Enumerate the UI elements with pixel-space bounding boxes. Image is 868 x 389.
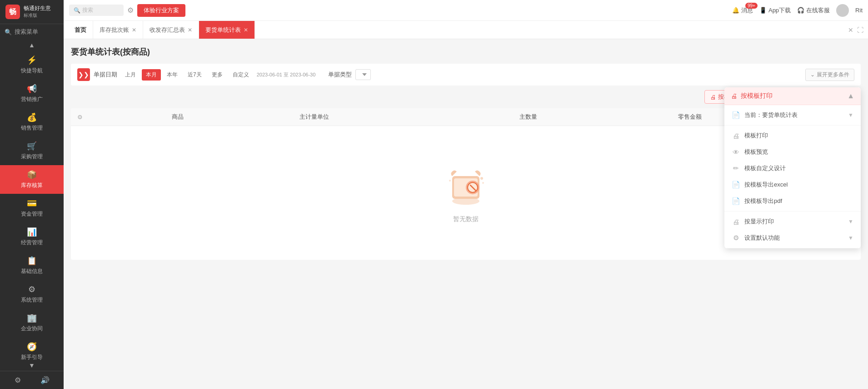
page-content: 要货单统计表(按商品) ❯❯ 单据日期 上月 本月 本年 近7天 更多 自定义 … bbox=[64, 39, 868, 389]
sidebar: 畅 畅通好生意 标准版 🔍 搜索菜单 ▲ ⚡ 快捷导航 📢 营销推广 💰 销售管… bbox=[0, 0, 64, 389]
col-product: 商品 bbox=[165, 108, 293, 126]
tab-bar: 首页 库存批次账 ✕ 收发存汇总表 ✕ 要货单统计表 ✕ ✕ ⛶ bbox=[64, 21, 868, 39]
topbar: 🔍 搜索 ⚙ 体验行业方案 🔔 消息 99+ 📱 App下载 🎧 在线客服 Ri… bbox=[64, 0, 868, 21]
tab-batch-ledger-close[interactable]: ✕ bbox=[132, 27, 136, 33]
scroll-up-arrow[interactable]: ▲ bbox=[27, 40, 37, 51]
trial-button[interactable]: 体验行业方案 bbox=[137, 4, 185, 17]
display-print-label: 按显示打印 bbox=[744, 217, 774, 226]
sidebar-item-label: 系统管理 bbox=[21, 296, 43, 304]
current-template-icon: 📄 bbox=[732, 111, 740, 119]
date-btn-this-month[interactable]: 本月 bbox=[142, 69, 161, 81]
quick-nav-icon: ⚡ bbox=[27, 55, 37, 65]
date-btn-last-month[interactable]: 上月 bbox=[121, 69, 140, 81]
sidebar-item-label: 资金管理 bbox=[21, 210, 43, 218]
template-preview-label: 模板预览 bbox=[744, 148, 768, 156]
sidebar-item-label: 经营管理 bbox=[21, 239, 43, 247]
online-service-link[interactable]: 🎧 在线客服 bbox=[797, 6, 830, 15]
sidebar-scroll-up[interactable]: ▲ bbox=[0, 40, 64, 51]
template-pdf-label: 按模板导出pdf bbox=[744, 197, 782, 205]
enterprise-icon: 🏢 bbox=[27, 313, 37, 323]
print-dropdown-menu: 🖨 按模板打印 ▲ 📄 当前：要货单统计表 ▼ 🖨 模板打印 👁 bbox=[724, 87, 861, 248]
dropdown-close-btn[interactable]: ▲ bbox=[847, 92, 854, 100]
sidebar-item-marketing[interactable]: 📢 营销推广 bbox=[0, 79, 64, 108]
dropdown-item-template-design[interactable]: ✏ 模板自定义设计 bbox=[724, 160, 861, 177]
dropdown-display-print[interactable]: 🖨 按显示打印 ▼ bbox=[724, 213, 861, 230]
sidebar-item-label: 库存核算 bbox=[21, 182, 43, 189]
tab-order-stats[interactable]: 要货单统计表 ✕ bbox=[199, 21, 255, 39]
bell-icon: 🔔 bbox=[732, 7, 739, 14]
tab-batch-ledger[interactable]: 库存批次账 ✕ bbox=[93, 21, 143, 39]
sidebar-scroll-down[interactable]: ▼ bbox=[0, 360, 64, 371]
tab-order-stats-close[interactable]: ✕ bbox=[244, 27, 248, 33]
date-btn-more[interactable]: 更多 bbox=[208, 69, 227, 81]
app-version: 标准版 bbox=[24, 12, 51, 19]
sidebar-item-operation[interactable]: 📊 经营管理 bbox=[0, 222, 64, 251]
tab-home[interactable]: 首页 bbox=[68, 21, 93, 39]
dropdown-set-default[interactable]: ⚙ 设置默认功能 ▼ bbox=[724, 230, 861, 246]
app-download-link[interactable]: 📱 App下载 bbox=[759, 6, 791, 15]
topbar-search[interactable]: 🔍 搜索 bbox=[69, 5, 124, 16]
finance-icon: 💳 bbox=[27, 198, 37, 208]
sidebar-item-label: 快捷导航 bbox=[21, 67, 43, 75]
display-print-arrow: ▼ bbox=[848, 218, 853, 225]
operation-icon: 📊 bbox=[27, 227, 37, 237]
date-btn-custom[interactable]: 自定义 bbox=[229, 69, 253, 81]
sidebar-items: ⚡ 快捷导航 📢 营销推广 💰 销售管理 🛒 采购管理 📦 库存核算 💳 资金管… bbox=[0, 51, 64, 360]
user-avatar[interactable] bbox=[836, 4, 849, 17]
sidebar-item-label: 销售管理 bbox=[21, 124, 43, 132]
sales-icon: 💰 bbox=[27, 112, 37, 122]
date-btn-7days[interactable]: 近7天 bbox=[184, 69, 206, 81]
template-preview-icon: 👁 bbox=[732, 148, 740, 156]
guide-icon: 🧭 bbox=[27, 342, 37, 352]
notifications-badge[interactable]: 🔔 消息 99+ bbox=[732, 6, 753, 15]
expand-more-button[interactable]: ⌄ 展开更多条件 bbox=[805, 69, 854, 81]
printer-header-icon: 🖨 bbox=[731, 92, 737, 100]
sidebar-item-purchase[interactable]: 🛒 采购管理 bbox=[0, 136, 64, 165]
sidebar-search[interactable]: 🔍 搜索菜单 bbox=[0, 24, 64, 40]
sidebar-item-sales[interactable]: 💰 销售管理 bbox=[0, 108, 64, 136]
tab-collection-summary-close[interactable]: ✕ bbox=[188, 27, 192, 33]
sidebar-item-basics[interactable]: 📋 基础信息 bbox=[0, 251, 64, 280]
scroll-down-arrow[interactable]: ▼ bbox=[27, 360, 37, 371]
sidebar-item-system[interactable]: ⚙ 系统管理 bbox=[0, 280, 64, 308]
col-gear[interactable]: ⚙ bbox=[71, 108, 165, 126]
settings-bottom-icon[interactable]: ⚙ bbox=[15, 376, 21, 384]
close-window-btn[interactable]: ✕ bbox=[848, 26, 853, 34]
current-template-arrow: ▼ bbox=[848, 112, 853, 118]
dropdown-item-template-preview[interactable]: 👁 模板预览 bbox=[724, 144, 861, 160]
gear-icon[interactable]: ⚙ bbox=[127, 6, 134, 15]
filter-bar: ❯❯ 单据日期 上月 本月 本年 近7天 更多 自定义 2023-06-01 至… bbox=[71, 64, 861, 86]
notification-number: 99+ bbox=[745, 3, 758, 9]
app-name: 畅通好生意 bbox=[24, 5, 51, 12]
search-label: 搜索菜单 bbox=[15, 28, 38, 36]
filter-expand-button[interactable]: ❯❯ bbox=[77, 68, 90, 81]
sidebar-item-guide[interactable]: 🧭 新手引导 bbox=[0, 337, 64, 360]
sidebar-logo: 畅 畅通好生意 标准版 bbox=[0, 0, 64, 24]
dropdown-more-section: 🖨 按显示打印 ▼ ⚙ 设置默认功能 ▼ bbox=[724, 212, 861, 248]
dropdown-item-template-print[interactable]: 🖨 模板打印 bbox=[724, 127, 861, 144]
window-controls: ✕ ⛶ bbox=[848, 26, 863, 34]
printer-icon: 🖨 bbox=[710, 94, 716, 101]
dropdown-current-template[interactable]: 📄 当前：要货单统计表 ▼ bbox=[724, 107, 861, 123]
logo-icon: 畅 bbox=[5, 5, 20, 19]
sidebar-item-finance[interactable]: 💳 资金管理 bbox=[0, 194, 64, 222]
template-print-icon: 🖨 bbox=[732, 132, 740, 140]
tab-collection-summary-label: 收发存汇总表 bbox=[150, 26, 185, 34]
dropdown-item-template-excel[interactable]: 📄 按模板导出excel bbox=[724, 177, 861, 193]
sidebar-item-label: 采购管理 bbox=[21, 153, 43, 161]
set-default-arrow: ▼ bbox=[848, 235, 853, 241]
template-excel-icon: 📄 bbox=[732, 181, 740, 189]
order-type-select[interactable] bbox=[355, 69, 371, 80]
online-service-label: 在线客服 bbox=[806, 6, 830, 15]
table-settings-icon[interactable]: ⚙ bbox=[77, 114, 83, 121]
sidebar-item-quick-nav[interactable]: ⚡ 快捷导航 bbox=[0, 51, 64, 79]
tab-collection-summary[interactable]: 收发存汇总表 ✕ bbox=[143, 21, 199, 39]
expand-window-btn[interactable]: ⛶ bbox=[857, 26, 863, 34]
sidebar-item-inventory[interactable]: 📦 库存核算 bbox=[0, 165, 64, 194]
page-title: 要货单统计表(按商品) bbox=[71, 46, 861, 57]
sound-bottom-icon[interactable]: 🔊 bbox=[40, 376, 50, 384]
date-btn-this-year[interactable]: 本年 bbox=[163, 69, 182, 81]
dropdown-item-template-pdf[interactable]: 📄 按模板导出pdf bbox=[724, 193, 861, 209]
search-placeholder: 搜索 bbox=[82, 6, 93, 14]
sidebar-item-enterprise[interactable]: 🏢 企业协同 bbox=[0, 308, 64, 337]
